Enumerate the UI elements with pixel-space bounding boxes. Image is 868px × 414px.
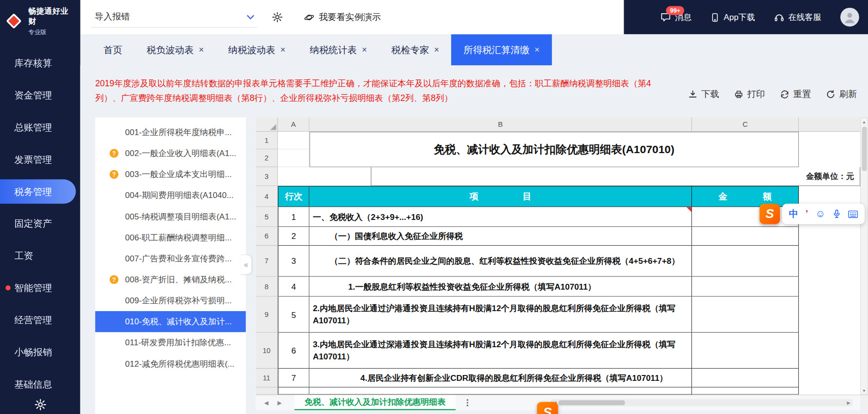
punctuation-icon[interactable]: ’ <box>806 208 808 219</box>
tab-close-icon[interactable]: × <box>362 45 367 55</box>
line-number-cell[interactable]: 4 <box>278 277 310 297</box>
report-item-003[interactable]: ?003-一般企业成本支出明细... <box>95 164 246 185</box>
report-item-007[interactable]: 007-广告费和业务宣传费跨... <box>95 248 246 269</box>
sidebar-item-inventory[interactable]: 库存核算 <box>0 51 80 75</box>
sidebar-item-payroll[interactable]: 工资 <box>0 243 80 268</box>
sidebar-item-invoice[interactable]: 发票管理 <box>0 147 80 172</box>
user-avatar[interactable] <box>840 8 859 27</box>
row-header-3[interactable]: 3 <box>256 167 277 186</box>
row-header-6[interactable]: 6 <box>256 227 277 246</box>
refresh-button[interactable]: 刷新 <box>826 88 857 100</box>
sidebar-item-funds[interactable]: 资金管理 <box>0 83 80 107</box>
column-header-a[interactable]: A <box>278 118 310 132</box>
unit-note-cell[interactable]: 金额单位：元 <box>371 167 861 186</box>
item-cell[interactable]: 3.内地居民企业通过深港通投资且连续持有H股满12个月取得的股息红利所得免征企业… <box>310 333 692 369</box>
sheet-prev-icon[interactable]: ◀ <box>260 400 273 406</box>
row-header-partial[interactable] <box>256 388 277 395</box>
report-item-011[interactable]: 011-研发费用加计扣除优惠... <box>95 332 246 353</box>
report-item-001[interactable]: 001-企业所得税年度纳税申... <box>95 122 246 143</box>
report-item-009[interactable]: 009-企业所得税弥补亏损明... <box>95 290 246 311</box>
line-number-cell[interactable]: 2 <box>278 227 310 246</box>
import-error-dropdown[interactable]: 导入报错 <box>91 7 257 28</box>
tab-close-icon[interactable]: × <box>534 45 540 55</box>
microphone-icon[interactable] <box>832 209 841 218</box>
help-icon[interactable]: ? <box>110 149 118 158</box>
sidebar-item-fixed-assets[interactable]: 固定资产 <box>0 212 80 236</box>
sidebar-item-smart-mgmt[interactable]: 智能管理 <box>0 276 80 300</box>
line-number-cell[interactable]: 7 <box>278 369 310 388</box>
amount-cell[interactable] <box>692 333 799 369</box>
item-cell[interactable]: （二）符合条件的居民企业之间的股息、红利等权益性投资收益免征企业所得税（4+5+… <box>310 246 692 277</box>
sheet-more-icon[interactable] <box>464 397 470 409</box>
settings-gear-icon[interactable] <box>0 398 80 411</box>
sidebar-item-tax[interactable]: 税务管理 <box>0 179 76 204</box>
tab-close-icon[interactable]: × <box>434 45 439 55</box>
download-button[interactable]: 下载 <box>688 88 719 100</box>
sidebar-item-general-ledger[interactable]: 总账管理 <box>0 115 80 139</box>
item-cell[interactable]: 4.居民企业持有创新企业CDR取得的股息红利所得免征企业所得税（填写A10701… <box>310 369 692 388</box>
line-number-cell[interactable]: 3 <box>278 246 310 277</box>
tab-close-icon[interactable]: × <box>199 45 204 55</box>
hscroll-thumb[interactable] <box>558 400 625 405</box>
reset-button[interactable]: 重置 <box>780 88 811 100</box>
header-cell-item[interactable]: 项 目 <box>310 186 692 207</box>
active-sheet-tab[interactable]: 免税、减计收入及加计扣除优惠明细表 <box>295 395 455 411</box>
sheet-title-cell[interactable]: 免税、减计收入及加计扣除优惠明细表(A107010) <box>310 132 799 167</box>
tab-tax-expert[interactable]: 税检专家× <box>379 34 452 65</box>
panel-collapse-button[interactable]: « <box>241 255 252 275</box>
line-number-cell[interactable]: 5 <box>278 296 310 333</box>
column-header-b[interactable]: B <box>310 118 692 132</box>
amount-cell[interactable] <box>692 227 799 246</box>
header-cell-line[interactable]: 行次 <box>278 186 310 207</box>
row-header-4[interactable]: 4 <box>256 186 277 207</box>
row-header-11[interactable]: 11 <box>256 369 277 388</box>
hscroll-right-icon[interactable]: ▶ <box>845 400 852 405</box>
sogou-float-icon[interactable]: S <box>537 402 558 414</box>
tab-tax-fluctuation[interactable]: 纳税波动表× <box>216 34 297 65</box>
help-icon[interactable]: ? <box>110 170 118 179</box>
demo-link[interactable]: 我要看实例演示 <box>304 11 381 23</box>
sogou-logo-icon[interactable]: S <box>759 204 780 224</box>
sidebar-item-base-info[interactable]: 基础信息 <box>0 372 80 396</box>
row-header-2[interactable]: 2 <box>256 150 277 167</box>
row-header-10[interactable]: 10 <box>256 333 277 369</box>
vertical-scrollbar[interactable]: ▲ ▼ <box>860 118 868 395</box>
messages-button[interactable]: 消息 99+ <box>661 12 692 22</box>
emoji-icon[interactable]: ☺ <box>815 208 826 220</box>
online-service-button[interactable]: 在线客服 <box>774 12 822 22</box>
amount-cell[interactable] <box>692 277 799 297</box>
report-item-005[interactable]: 005-纳税调整项目明细表(A1... <box>95 206 246 227</box>
chinese-mode-icon[interactable]: 中 <box>789 208 798 220</box>
row-header-7[interactable]: 7 <box>256 246 277 277</box>
amount-cell[interactable] <box>692 388 799 395</box>
report-item-002[interactable]: ?002-一般企业收入明细表(A1... <box>95 143 246 164</box>
tab-home[interactable]: 首页 <box>91 34 135 65</box>
report-item-006[interactable]: 006-职工薪酬纳税调整明细... <box>95 227 246 248</box>
amount-cell[interactable] <box>692 296 799 333</box>
line-number-cell[interactable]: 1 <box>278 207 310 227</box>
vscroll-up-icon[interactable]: ▲ <box>861 118 868 126</box>
keyboard-icon[interactable] <box>848 210 858 218</box>
cell-a2[interactable] <box>278 150 310 167</box>
row-header-5[interactable]: 5 <box>256 207 277 227</box>
amount-cell[interactable] <box>692 369 799 388</box>
item-cell[interactable]: （一）国债利息收入免征企业所得税 <box>310 227 692 246</box>
report-item-008[interactable]: ?008-资产折旧、摊销及纳税... <box>95 269 246 290</box>
tab-tax-statistics[interactable]: 纳税统计表× <box>297 34 379 65</box>
row-header-8[interactable]: 8 <box>256 277 277 297</box>
topbar-gear-icon[interactable] <box>272 12 283 23</box>
help-icon[interactable]: ? <box>110 275 118 284</box>
tab-close-icon[interactable]: × <box>280 45 286 55</box>
row-header-9[interactable]: 9 <box>256 296 277 333</box>
tab-income-tax-settlement[interactable]: 所得税汇算清缴× <box>452 34 552 65</box>
sidebar-item-expense[interactable]: 小畅报销 <box>0 340 80 364</box>
cell-a3[interactable] <box>278 167 371 186</box>
line-number-cell[interactable] <box>278 388 310 395</box>
item-cell[interactable]: 一、免税收入（2+3+9+...+16) <box>310 207 692 227</box>
item-cell[interactable]: 2.内地居民企业通过沪港通投资且连续持有H股满12个月取得的股息红利所得免征企业… <box>310 296 692 333</box>
item-cell[interactable]: 1.一般股息红利等权益性投资收益免征企业所得税（填写A107011） <box>310 277 692 297</box>
report-item-004[interactable]: 004-期间费用明细表(A1040... <box>95 185 246 206</box>
cell-a1[interactable] <box>278 132 310 149</box>
vscroll-down-icon[interactable]: ▼ <box>861 386 868 394</box>
vscroll-thumb[interactable] <box>862 127 867 171</box>
